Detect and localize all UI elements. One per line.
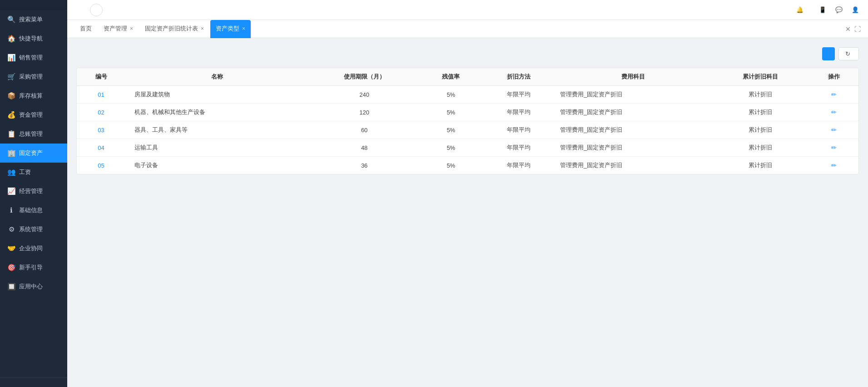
- tabs-right: ✕ ⛶: [845, 25, 861, 33]
- main-area: 🔔 📱 💬 👤 首页资产管理×固定资产折旧统计表×资产类型× ✕ ⛶: [67, 0, 868, 387]
- new-button[interactable]: [822, 47, 835, 60]
- tab-close-depreciation-stats[interactable]: ×: [201, 25, 204, 32]
- row-subject: 管理费用_固定资产折旧: [556, 86, 710, 104]
- message-button[interactable]: 🔔: [796, 6, 812, 13]
- sidebar-item-sales[interactable]: 📊销售管理: [0, 48, 67, 67]
- inventory-icon: 📦: [7, 92, 15, 100]
- sidebar-item-label: 总账管理: [19, 130, 43, 138]
- tab-label-home: 首页: [80, 25, 92, 33]
- col-header: 操作: [810, 68, 858, 86]
- table-row: 02 机器、机械和其他生产设备 120 5% 年限平均 管理费用_固定资产折旧 …: [77, 104, 858, 121]
- sidebar-item-label: 资金管理: [19, 111, 43, 119]
- sidebar-item-basic-info[interactable]: ℹ基础信息: [0, 201, 67, 220]
- row-subject: 管理费用_固定资产折旧: [556, 121, 710, 139]
- settings-button[interactable]: [90, 4, 103, 16]
- edit-button[interactable]: ✏: [810, 104, 858, 121]
- sidebar-footer: [0, 377, 67, 387]
- tab-asset-mgmt[interactable]: 资产管理×: [98, 20, 139, 38]
- sidebar-item-enterprise[interactable]: 🤝企业协同: [0, 239, 67, 258]
- sidebar-item-operations[interactable]: 📈经营管理: [0, 182, 67, 201]
- sidebar-item-finance[interactable]: 💰资金管理: [0, 105, 67, 124]
- tab-close-asset-mgmt[interactable]: ×: [130, 25, 133, 32]
- sidebar-item-label: 工资: [19, 168, 31, 176]
- sidebar-item-quicknav[interactable]: 🏠快捷导航: [0, 29, 67, 48]
- table-row: 01 房屋及建筑物 240 5% 年限平均 管理费用_固定资产折旧 累计折旧 ✏: [77, 86, 858, 104]
- purchase-icon: 🛒: [7, 73, 15, 81]
- row-accum: 累计折旧: [710, 104, 810, 121]
- expand-window-icon[interactable]: ⛶: [854, 25, 861, 33]
- app-download-button[interactable]: 📱: [819, 6, 828, 13]
- sidebar-item-label: 经营管理: [19, 187, 43, 195]
- col-header: 累计折旧科目: [710, 68, 810, 86]
- sidebar-item-fixed-assets[interactable]: 🏢固定资产: [0, 144, 67, 163]
- sidebar-item-ledger[interactable]: 📋总账管理: [0, 124, 67, 144]
- edit-button[interactable]: ✏: [810, 121, 858, 139]
- sidebar-item-label: 基础信息: [19, 206, 43, 214]
- row-subject: 管理费用_固定资产折旧: [556, 139, 710, 157]
- col-header: 名称: [125, 68, 308, 86]
- tab-asset-type[interactable]: 资产类型×: [210, 20, 251, 38]
- sidebar-item-purchase[interactable]: 🛒采购管理: [0, 67, 67, 86]
- sidebar-item-inventory[interactable]: 📦库存核算: [0, 86, 67, 105]
- close-window-icon[interactable]: ✕: [845, 25, 851, 33]
- sidebar-item-search[interactable]: 🔍搜索菜单: [0, 10, 67, 29]
- col-header: 残值率: [420, 68, 481, 86]
- tab-close-asset-type[interactable]: ×: [242, 25, 245, 32]
- row-subject: 管理费用_固定资产折旧: [556, 104, 710, 121]
- content-area: ↻ 编号名称使用期限（月）残值率折旧方法费用科目累计折旧科目操作 01 房屋及建…: [67, 38, 868, 387]
- basic-info-icon: ℹ: [7, 206, 15, 214]
- row-period: 48: [308, 139, 420, 157]
- topbar: 🔔 📱 💬 👤: [67, 0, 868, 20]
- tab-label-asset-mgmt: 资产管理: [104, 25, 127, 33]
- sidebar-item-guide[interactable]: 🎯新手引导: [0, 258, 67, 277]
- sidebar-item-app-center[interactable]: 🔲应用中心: [0, 277, 67, 296]
- table-body: 01 房屋及建筑物 240 5% 年限平均 管理费用_固定资产折旧 累计折旧 ✏…: [77, 86, 858, 174]
- sidebar-item-label: 销售管理: [19, 54, 43, 62]
- sidebar-item-label: 新手引导: [19, 263, 43, 272]
- table-header-row: 编号名称使用期限（月）残值率折旧方法费用科目累计折旧科目操作: [77, 68, 858, 86]
- ledger-icon: 📋: [7, 130, 15, 138]
- sales-icon: 📊: [7, 54, 15, 62]
- app-download-icon: 📱: [819, 6, 826, 13]
- tab-depreciation-stats[interactable]: 固定资产折旧统计表×: [139, 20, 209, 38]
- row-code: 01: [77, 86, 125, 104]
- user-button[interactable]: 👤: [852, 6, 861, 13]
- system-icon: ⚙: [7, 225, 15, 233]
- row-method: 年限平均: [481, 121, 556, 139]
- table-row: 04 运输工具 48 5% 年限平均 管理费用_固定资产折旧 累计折旧 ✏: [77, 139, 858, 157]
- tab-home[interactable]: 首页: [74, 20, 97, 38]
- row-name: 房屋及建筑物: [125, 86, 308, 104]
- service-button[interactable]: 💬: [835, 6, 844, 13]
- search-icon: 🔍: [7, 15, 15, 24]
- row-code: 04: [77, 139, 125, 157]
- quicknav-icon: 🏠: [7, 35, 15, 43]
- row-accum: 累计折旧: [710, 157, 810, 174]
- col-header: 费用科目: [556, 68, 710, 86]
- row-code: 03: [77, 121, 125, 139]
- guide-icon: 🎯: [7, 263, 15, 272]
- table-row: 05 电子设备 36 5% 年限平均 管理费用_固定资产折旧 累计折旧 ✏: [77, 157, 858, 174]
- sidebar: 🔍搜索菜单🏠快捷导航📊销售管理🛒采购管理📦库存核算💰资金管理📋总账管理🏢固定资产…: [0, 0, 67, 387]
- sidebar-item-system[interactable]: ⚙系统管理: [0, 220, 67, 239]
- row-period: 240: [308, 86, 420, 104]
- finance-icon: 💰: [7, 111, 15, 119]
- row-period: 120: [308, 104, 420, 121]
- company-selector[interactable]: [74, 8, 84, 12]
- edit-button[interactable]: ✏: [810, 139, 858, 157]
- page-header: ↻: [76, 47, 859, 60]
- row-residual: 5%: [420, 157, 481, 174]
- col-header: 使用期限（月）: [308, 68, 420, 86]
- edit-button[interactable]: ✏: [810, 86, 858, 104]
- edit-button[interactable]: ✏: [810, 157, 858, 174]
- row-accum: 累计折旧: [710, 121, 810, 139]
- topbar-right: 🔔 📱 💬 👤: [796, 6, 861, 13]
- service-icon: 💬: [835, 6, 843, 13]
- row-period: 60: [308, 121, 420, 139]
- refresh-button[interactable]: ↻: [838, 47, 859, 60]
- row-code: 02: [77, 104, 125, 121]
- row-code: 05: [77, 157, 125, 174]
- sidebar-item-payroll[interactable]: 👥工资: [0, 163, 67, 182]
- experience-button[interactable]: [108, 8, 118, 12]
- row-name: 电子设备: [125, 157, 308, 174]
- row-name: 器具、工具、家具等: [125, 121, 308, 139]
